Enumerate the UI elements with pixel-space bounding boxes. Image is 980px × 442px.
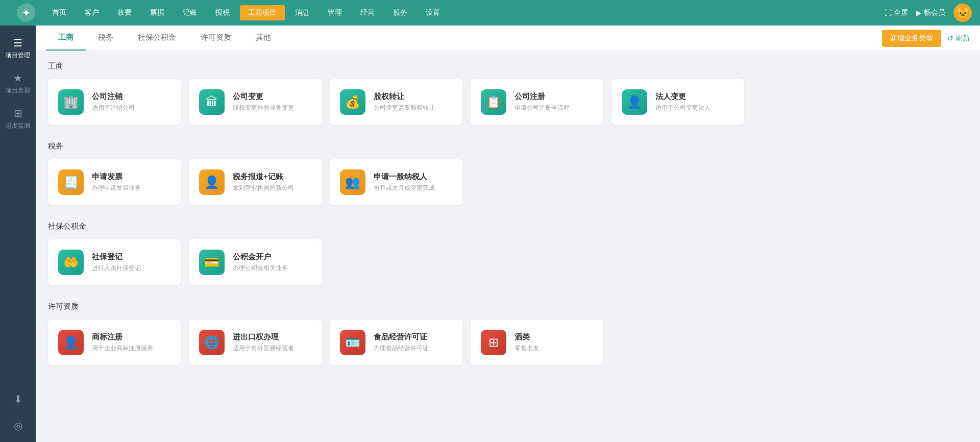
sidebar-item-project-management[interactable]: ☰ 项目管理 [0, 31, 36, 66]
progress-monitor-icon: ⊞ [14, 107, 22, 119]
download-icon[interactable]: ⬇ [9, 388, 28, 410]
nav-item-收费[interactable]: 收费 [109, 5, 140, 20]
card-info: 进出口权办理适用于对外贸易经营者 [233, 332, 311, 353]
nav-item-票据[interactable]: 票据 [142, 5, 173, 20]
card-title: 公司注册 [514, 92, 593, 102]
card-icon: 💰 [340, 89, 365, 115]
service-card[interactable]: 🌐进出口权办理适用于对外贸易经营者 [189, 320, 322, 365]
card-title: 股权转让 [374, 92, 452, 102]
nav-item-消息[interactable]: 消息 [287, 5, 317, 20]
service-card[interactable]: 👤法人变更适用于公司变更法人 [611, 79, 744, 125]
project-type-icon: ★ [13, 72, 22, 84]
card-icon: 🌐 [199, 330, 225, 355]
section-工商: 工商🏢公司注销适用于注销公司🏛公司变更股权变更外的业务变更💰股权转让公司变更需要… [48, 61, 968, 125]
section-title: 社保公积金 [48, 222, 968, 231]
cards-grid: 🤲社保登记进行人员社保登记💳公积金开户办理公积金相关业务 [48, 239, 968, 285]
card-desc: 公司变更需要股权转让 [374, 104, 452, 112]
card-title: 公司注销 [92, 92, 170, 102]
service-card[interactable]: 📋公司注册申请公司注册全流程 [471, 79, 603, 125]
sidebar-item-project-type[interactable]: ★ 项目类型 [0, 66, 36, 101]
service-card[interactable]: 🏛公司变更股权变更外的业务变更 [189, 79, 322, 125]
tab-许可资质[interactable]: 许可资质 [188, 26, 243, 51]
top-navigation: ✦ 首页客户收费票据记账报税工商项目消息管理经营服务设置 ⛶ 全屏 ▶ 畅会员 … [0, 0, 980, 26]
card-desc: 进行人员社保登记 [92, 264, 170, 273]
sidebar-bottom: ⬇ ◎ [9, 388, 28, 437]
card-title: 申请发票 [92, 172, 170, 182]
service-card[interactable]: 👤商标注册用于企业商标注册服务 [48, 320, 181, 365]
section-许可资质: 许可资质👤商标注册用于企业商标注册服务🌐进出口权办理适用于对外贸易经营者🪪食品经… [48, 302, 968, 365]
card-title: 公积金开户 [233, 252, 311, 262]
card-info: 商标注册用于企业商标注册服务 [92, 332, 170, 353]
tab-工商[interactable]: 工商 [46, 26, 86, 51]
add-business-type-button[interactable]: 新增业务类型 [882, 30, 941, 47]
tab-社保公积金[interactable]: 社保公积金 [126, 26, 188, 51]
card-desc: 适用于公司变更法人 [655, 104, 734, 112]
fullscreen-icon: ⛶ [885, 9, 892, 17]
card-title: 税务报道+记账 [233, 172, 311, 182]
card-title: 公司变更 [233, 92, 311, 102]
card-title: 酒类 [514, 332, 593, 342]
service-card[interactable]: 🧾申请发票办理申请发票业务 [48, 159, 181, 205]
avatar[interactable]: 🐱 [953, 4, 972, 22]
nav-item-经营[interactable]: 经营 [352, 5, 383, 20]
card-info: 税务报道+记账拿到营业执照的新公司 [233, 172, 311, 192]
card-icon: 🪪 [340, 330, 365, 355]
card-info: 食品经营许可证办理食品经营许可证 [374, 332, 452, 353]
card-info: 法人变更适用于公司变更法人 [655, 92, 734, 112]
card-icon: 📋 [481, 89, 506, 115]
service-card[interactable]: 💰股权转让公司变更需要股权转让 [330, 79, 462, 125]
nav-item-客户[interactable]: 客户 [77, 5, 107, 20]
tab-其他[interactable]: 其他 [243, 26, 283, 51]
fullscreen-label: 全屏 [894, 8, 908, 17]
nav-item-工商项目[interactable]: 工商项目 [240, 5, 285, 20]
member-button[interactable]: ▶ 畅会员 [916, 8, 945, 17]
card-desc: 当月或次月成变更完成 [374, 184, 452, 192]
tab-税务[interactable]: 税务 [86, 26, 126, 51]
card-title: 食品经营许可证 [374, 332, 452, 342]
card-title: 法人变更 [655, 92, 734, 102]
fullscreen-button[interactable]: ⛶ 全屏 [885, 8, 908, 17]
card-desc: 适用于对外贸易经营者 [233, 344, 311, 353]
card-info: 公积金开户办理公积金相关业务 [233, 252, 311, 273]
service-card[interactable]: 💳公积金开户办理公积金相关业务 [189, 239, 322, 285]
card-info: 申请发票办理申请发票业务 [92, 172, 170, 192]
location-icon[interactable]: ◎ [9, 414, 28, 437]
service-card[interactable]: 👥申请一般纳税人当月或次月成变更完成 [330, 159, 462, 205]
tab-bar: 工商税务社保公积金许可资质其他 新增业务类型 ↺ 刷新 [36, 26, 980, 51]
card-info: 股权转让公司变更需要股权转让 [374, 92, 452, 112]
card-desc: 零售批发 [514, 344, 593, 353]
nav-right-area: ⛶ 全屏 ▶ 畅会员 🐱 [885, 4, 972, 22]
section-title: 许可资质 [48, 302, 968, 311]
card-info: 酒类零售批发 [514, 332, 593, 353]
nav-item-设置[interactable]: 设置 [418, 5, 448, 20]
section-社保公积金: 社保公积金🤲社保登记进行人员社保登记💳公积金开户办理公积金相关业务 [48, 222, 968, 285]
section-税务: 税务🧾申请发票办理申请发票业务👤税务报道+记账拿到营业执照的新公司👥申请一般纳税… [48, 141, 968, 205]
service-card[interactable]: 🏢公司注销适用于注销公司 [48, 79, 181, 125]
member-label: 畅会员 [924, 8, 945, 17]
card-icon: 👥 [340, 169, 365, 195]
refresh-icon: ↺ [947, 34, 953, 42]
nav-item-服务[interactable]: 服务 [385, 5, 415, 20]
project-management-icon: ☰ [13, 37, 22, 49]
refresh-label: 刷新 [955, 34, 970, 43]
logo-area: ✦ [8, 4, 44, 22]
card-desc: 办理申请发票业务 [92, 184, 170, 192]
sidebar-item-progress-monitor[interactable]: ⊞ 进度监测 [0, 101, 36, 136]
service-card[interactable]: 🤲社保登记进行人员社保登记 [48, 239, 181, 285]
sidebar-item-label: 项目管理 [6, 51, 30, 60]
refresh-button[interactable]: ↺ 刷新 [947, 34, 970, 43]
tab-actions: 新增业务类型 ↺ 刷新 [882, 30, 970, 47]
cards-grid: 🏢公司注销适用于注销公司🏛公司变更股权变更外的业务变更💰股权转让公司变更需要股权… [48, 79, 968, 125]
card-desc: 申请公司注册全流程 [514, 104, 593, 112]
nav-item-报税[interactable]: 报税 [207, 5, 238, 20]
service-card[interactable]: ⊞酒类零售批发 [471, 320, 603, 365]
service-card[interactable]: 🪪食品经营许可证办理食品经营许可证 [330, 320, 462, 365]
nav-item-管理[interactable]: 管理 [320, 5, 350, 20]
card-desc: 办理食品经营许可证 [374, 344, 452, 353]
nav-item-首页[interactable]: 首页 [44, 5, 75, 20]
cards-grid: 🧾申请发票办理申请发票业务👤税务报道+记账拿到营业执照的新公司👥申请一般纳税人当… [48, 159, 968, 205]
card-icon: ⊞ [481, 330, 506, 355]
service-card[interactable]: 👤税务报道+记账拿到营业执照的新公司 [189, 159, 322, 205]
card-icon: 💳 [199, 250, 225, 275]
nav-item-记账[interactable]: 记账 [175, 5, 205, 20]
